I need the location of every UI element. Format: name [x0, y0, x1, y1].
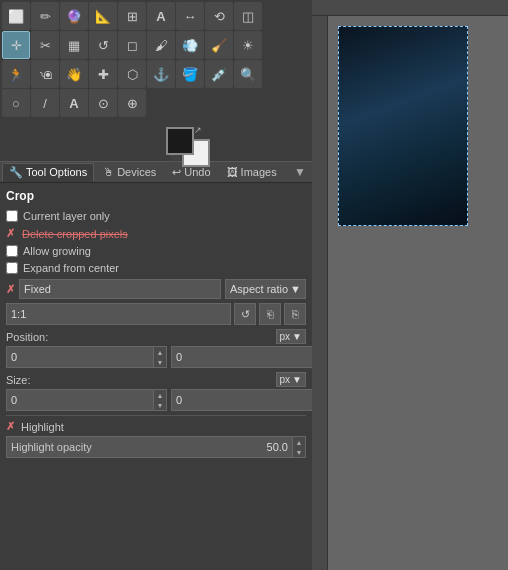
- highlight-row: ✗ Highlight: [6, 420, 306, 433]
- size-x-wrap: ▲ ▼: [6, 389, 167, 411]
- tool-row-2: ✛ ✂ ▦ ↺ ◻ 🖌 💨 🧹 ☀: [2, 31, 310, 59]
- zoom-tool[interactable]: 🔍: [234, 60, 262, 88]
- undo-icon: ↩: [172, 166, 181, 179]
- pos-x-input[interactable]: [7, 347, 153, 367]
- perspective-tool[interactable]: ⬡: [118, 60, 146, 88]
- tab-tool-options-label: Tool Options: [26, 166, 87, 178]
- position-label: Position:: [6, 331, 48, 343]
- pos-x-down[interactable]: ▼: [154, 357, 166, 367]
- tool-options-panel: Crop Current layer only ✗ Delete cropped…: [0, 183, 312, 570]
- measure-tool[interactable]: 📐: [89, 2, 117, 30]
- fixed-input[interactable]: [19, 279, 221, 299]
- position-unit-label: px: [280, 331, 291, 342]
- size-header-row: Size: px ▼: [6, 372, 306, 387]
- size-unit-select[interactable]: px ▼: [276, 372, 306, 387]
- text-tool[interactable]: A: [147, 2, 175, 30]
- panel-menu-button[interactable]: ▼: [290, 163, 310, 181]
- highlight-opacity-row: Highlight opacity 50.0 ▲ ▼: [6, 436, 306, 458]
- aspect-ratio-select[interactable]: Aspect ratio ▼: [225, 279, 306, 299]
- ratio-btn-1[interactable]: ↺: [234, 303, 256, 325]
- fixed-x: ✗: [6, 283, 15, 296]
- size-x-down[interactable]: ▼: [154, 400, 166, 410]
- devices-icon: 🖱: [103, 166, 114, 178]
- clone-tool[interactable]: 🖲: [31, 60, 59, 88]
- pos-x-spin: ▲ ▼: [153, 347, 166, 367]
- blur-tool[interactable]: ○: [2, 89, 30, 117]
- align-tool[interactable]: ⊞: [118, 2, 146, 30]
- expand-center-checkbox[interactable]: [6, 262, 18, 274]
- color-area: ↗ ⬛: [0, 119, 312, 161]
- expand-center-row: Expand from center: [6, 261, 306, 275]
- bucket-fill[interactable]: 🪣: [176, 60, 204, 88]
- foreground-color[interactable]: [166, 127, 194, 155]
- airbrush-tool[interactable]: 💨: [176, 31, 204, 59]
- transform-tool[interactable]: ⟲: [205, 2, 233, 30]
- size-label: Size:: [6, 374, 30, 386]
- size-unit-arrow: ▼: [292, 374, 302, 385]
- size-y-wrap: ▲ ▼: [171, 389, 332, 411]
- dodge-tool[interactable]: ☀: [234, 31, 262, 59]
- freeselect-tool[interactable]: 🏃: [2, 60, 30, 88]
- paintbrush-tool[interactable]: 🖌: [147, 31, 175, 59]
- tool-rows: ⬜ ✏ 🔮 📐 ⊞ A ↔ ⟲ ◫ ✛ ✂ ▦ ↺ ◻ 🖌 💨 🧹 ☀ 🏃 🖲 …: [0, 0, 312, 119]
- ratio-btn-3[interactable]: ⎘: [284, 303, 306, 325]
- size-unit-label: px: [280, 374, 291, 385]
- move-tool[interactable]: ✛: [2, 31, 30, 59]
- text3-tool[interactable]: A: [60, 89, 88, 117]
- checker-tool[interactable]: ▦: [60, 31, 88, 59]
- eraser-tool[interactable]: 🧹: [205, 31, 233, 59]
- pencil-tool[interactable]: ✏: [31, 2, 59, 30]
- allow-growing-checkbox[interactable]: [6, 245, 18, 257]
- size-x-input[interactable]: [7, 390, 153, 410]
- allow-growing-row: Allow growing: [6, 244, 306, 258]
- size-y-input[interactable]: [172, 390, 318, 410]
- toolbox: ⬜ ✏ 🔮 📐 ⊞ A ↔ ⟲ ◫ ✛ ✂ ▦ ↺ ◻ 🖌 💨 🧹 ☀ 🏃 🖲 …: [0, 0, 312, 570]
- panel-tabs: 🔧 Tool Options 🖱 Devices ↩ Undo 🖼 Images…: [0, 161, 312, 183]
- pos-y-input[interactable]: [172, 347, 318, 367]
- opacity-down[interactable]: ▼: [293, 447, 305, 457]
- ruler-top: [312, 0, 508, 16]
- aspect-ratio-arrow: ▼: [290, 283, 301, 295]
- smudge-tool[interactable]: 👋: [60, 60, 88, 88]
- colorpicker-tool[interactable]: 💉: [205, 60, 233, 88]
- canvas-image: [338, 26, 468, 226]
- rotate-tool[interactable]: ↺: [89, 31, 117, 59]
- tab-tool-options[interactable]: 🔧 Tool Options: [2, 163, 94, 182]
- ratio-btn-2[interactable]: ⎗: [259, 303, 281, 325]
- extra-tool-1[interactable]: ◫: [234, 2, 262, 30]
- tab-devices-label: Devices: [117, 166, 156, 178]
- flip-tool[interactable]: ↔: [176, 2, 204, 30]
- measure3-tool[interactable]: ⊙: [89, 89, 117, 117]
- highlight-opacity-label: Highlight opacity: [7, 439, 252, 455]
- highlight-label: Highlight: [21, 421, 64, 433]
- delete-cropped-x: ✗: [6, 227, 15, 240]
- ratio-input[interactable]: [6, 303, 231, 325]
- position-unit-arrow: ▼: [292, 331, 302, 342]
- size-x-up[interactable]: ▲: [154, 390, 166, 400]
- canvas-content[interactable]: [328, 16, 508, 570]
- tab-images[interactable]: 🖼 Images: [220, 163, 284, 181]
- crop-tool[interactable]: ✂: [31, 31, 59, 59]
- highlight-opacity-value: 50.0: [252, 439, 292, 455]
- pos-x-wrap: ▲ ▼: [6, 346, 167, 368]
- opacity-up[interactable]: ▲: [293, 437, 305, 447]
- extra2-tool[interactable]: ⊕: [118, 89, 146, 117]
- tool-row-1: ⬜ ✏ 🔮 📐 ⊞ A ↔ ⟲ ◫: [2, 2, 310, 30]
- current-layer-checkbox[interactable]: [6, 210, 18, 222]
- color-swap-icon[interactable]: ↗: [194, 125, 202, 135]
- paths-tool[interactable]: ⚓: [147, 60, 175, 88]
- tab-devices[interactable]: 🖱 Devices: [96, 163, 163, 181]
- tab-images-label: Images: [241, 166, 277, 178]
- scale-tool[interactable]: ◻: [118, 31, 146, 59]
- position-unit-select[interactable]: px ▼: [276, 329, 306, 344]
- position-inputs-row: ▲ ▼ ▲ ▼: [6, 346, 306, 368]
- pos-x-up[interactable]: ▲: [154, 347, 166, 357]
- ink-tool[interactable]: /: [31, 89, 59, 117]
- allow-growing-label: Allow growing: [23, 245, 91, 257]
- rect-select-tool[interactable]: ⬜: [2, 2, 30, 30]
- size-inputs-row: ▲ ▼ ▲ ▼: [6, 389, 306, 411]
- highlight-section: ✗ Highlight Highlight opacity 50.0 ▲ ▼: [6, 415, 306, 458]
- size-x-spin: ▲ ▼: [153, 390, 166, 410]
- fuzzy-select-tool[interactable]: 🔮: [60, 2, 88, 30]
- heal-tool[interactable]: ✚: [89, 60, 117, 88]
